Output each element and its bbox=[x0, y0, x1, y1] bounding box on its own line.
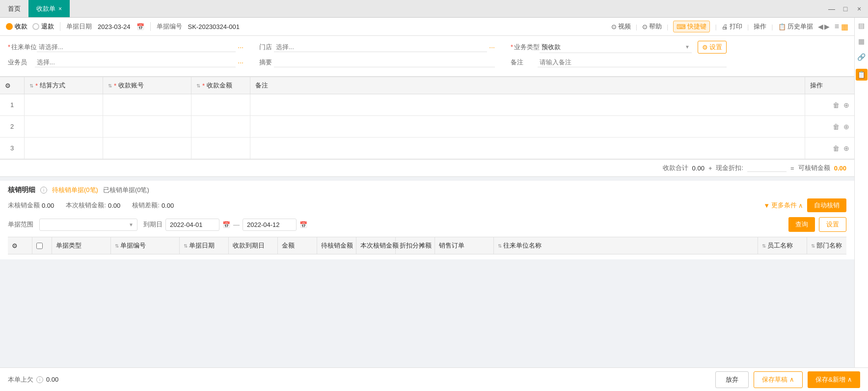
nav-next[interactable]: ▶ bbox=[824, 23, 830, 30]
row-1-index: 1 bbox=[0, 94, 25, 115]
counterpart-input[interactable] bbox=[37, 42, 236, 52]
net-value: 0.00 bbox=[834, 165, 846, 172]
store-input[interactable] bbox=[274, 42, 487, 52]
sidebar-icon-1[interactable]: ▤ bbox=[858, 22, 865, 29]
bottom-col-checkbox[interactable] bbox=[32, 237, 52, 254]
more-conditions-button[interactable]: ▼ 更多条件 ∧ bbox=[763, 201, 803, 210]
save-draft-button[interactable]: 保存草稿 ∧ bbox=[754, 371, 803, 388]
history-button[interactable]: 📋 历史单据 bbox=[778, 22, 813, 31]
summary-input[interactable] bbox=[274, 57, 495, 67]
bottom-col-amount-label: 金额 bbox=[282, 241, 295, 250]
divider-v4: | bbox=[747, 23, 749, 30]
row-2-settlement[interactable] bbox=[25, 116, 103, 137]
discard-button[interactable]: 放弃 bbox=[715, 371, 749, 388]
save-draft-label: 保存草稿 bbox=[762, 375, 787, 384]
save-new-button[interactable]: 保存&新增 ∧ bbox=[808, 371, 860, 388]
bottom-col-due-date: 收款到期日 bbox=[229, 237, 278, 254]
row-3-copy-icon[interactable]: ⊕ bbox=[843, 144, 849, 152]
maximize-button[interactable]: □ bbox=[841, 4, 850, 14]
row-3-settlement[interactable] bbox=[25, 138, 103, 159]
range-dash: — bbox=[233, 221, 240, 228]
row-2-delete-icon[interactable]: 🗑 bbox=[833, 123, 840, 131]
store-more-icon[interactable]: ··· bbox=[489, 43, 495, 51]
help-button[interactable]: ⊙ 帮助 bbox=[642, 22, 662, 31]
operation-button[interactable]: 操作 bbox=[754, 22, 766, 31]
date-from-calendar-icon[interactable]: 📅 bbox=[222, 221, 230, 228]
row-2-remark[interactable] bbox=[250, 116, 805, 137]
sort-icon-2: ⇅ bbox=[108, 83, 112, 88]
sort-icon-1: ⇅ bbox=[29, 83, 33, 88]
bottom-col-number: ⇅ 单据编号 bbox=[111, 237, 180, 254]
bottom-col-store-label: 部门名称 bbox=[816, 241, 842, 250]
date-to-input[interactable] bbox=[243, 219, 297, 231]
close-button[interactable]: × bbox=[854, 4, 864, 14]
business-type-label: 业务类型 bbox=[511, 43, 540, 52]
setting-label: 设置 bbox=[709, 43, 722, 52]
counterpart-field: 往来单位 ··· bbox=[8, 42, 244, 52]
bottom-col-settings[interactable]: ⚙ bbox=[8, 237, 32, 254]
setting-button[interactable]: ⚙ 设置 bbox=[698, 41, 727, 54]
row-1-settlement[interactable] bbox=[25, 94, 103, 115]
discount-input[interactable] bbox=[747, 164, 787, 172]
row-3-remark[interactable] bbox=[250, 138, 805, 159]
footer-actions: 放弃 保存草稿 ∧ 保存&新增 ∧ bbox=[715, 371, 860, 388]
bottom-col-employee: ⇅ 员工名称 bbox=[758, 237, 807, 254]
video-label: 视频 bbox=[618, 22, 631, 31]
row-1-copy-icon[interactable]: ⊕ bbox=[843, 101, 849, 109]
date-from-input[interactable] bbox=[165, 219, 219, 231]
settings-btn[interactable]: 设置 bbox=[819, 217, 846, 232]
auto-verify-button[interactable]: 自动核销 bbox=[807, 198, 846, 212]
row-2-account[interactable] bbox=[103, 116, 191, 137]
save-draft-arrow-icon: ∧ bbox=[789, 376, 794, 383]
bottom-settings-icon: ⚙ bbox=[12, 242, 18, 250]
row-1-remark[interactable] bbox=[250, 94, 805, 115]
row-1-amount[interactable] bbox=[191, 94, 250, 115]
due-date-label: 到期日 bbox=[143, 220, 163, 229]
select-all-checkbox[interactable] bbox=[36, 243, 43, 249]
grid-view-icon[interactable]: ▦ bbox=[841, 22, 848, 31]
query-button[interactable]: 查询 bbox=[788, 217, 815, 232]
date-label: 单据日期 bbox=[66, 22, 92, 31]
radio-refund[interactable]: 退款 bbox=[32, 22, 54, 31]
verified-tab[interactable]: 已核销单据(0笔) bbox=[103, 186, 149, 195]
bottom-col-store: ⇅ 部门名称 bbox=[807, 237, 846, 254]
list-view-icon[interactable]: ≡ bbox=[835, 22, 839, 31]
row-3-delete-icon[interactable]: 🗑 bbox=[833, 144, 840, 152]
sidebar-icon-3[interactable]: 🔗 bbox=[857, 53, 866, 61]
counterpart-more-icon[interactable]: ··· bbox=[238, 43, 244, 51]
row-3-amount[interactable] bbox=[191, 138, 250, 159]
sidebar-icon-2[interactable]: ▦ bbox=[858, 37, 865, 45]
footer-info-icon[interactable]: i bbox=[36, 376, 43, 383]
row-1-account[interactable] bbox=[103, 94, 191, 115]
salesperson-label: 业务员 bbox=[8, 58, 35, 67]
minimize-button[interactable]: — bbox=[827, 4, 837, 14]
print-button[interactable]: 🖨 打印 bbox=[722, 22, 742, 31]
tab-collection[interactable]: 收款单 × bbox=[28, 0, 70, 17]
divider-v2: | bbox=[667, 23, 668, 30]
calendar-icon[interactable]: 📅 bbox=[136, 23, 144, 30]
row-2-amount[interactable] bbox=[191, 116, 250, 137]
remark-input[interactable] bbox=[538, 57, 727, 67]
nav-prev[interactable]: ◀ bbox=[818, 23, 823, 30]
video-button[interactable]: ⊙ 视频 bbox=[611, 22, 631, 31]
date-range-select[interactable] bbox=[39, 219, 137, 231]
date-to-calendar-icon[interactable]: 📅 bbox=[299, 221, 307, 228]
unverified-label: 未核销金额 bbox=[8, 201, 40, 210]
pending-tab[interactable]: 待核销单据(0笔) bbox=[52, 186, 98, 195]
radio-collection[interactable]: 收款 bbox=[6, 22, 27, 31]
business-type-select[interactable]: 预收款 ▼ bbox=[540, 42, 692, 53]
bottom-grid-header: ⚙ 单据类型 ⇅ 单据编号 ⇅ 单据日期 收款到期日 bbox=[8, 237, 846, 254]
tab-home[interactable]: 首页 bbox=[0, 0, 28, 17]
sidebar-icon-4[interactable]: 📋 bbox=[856, 69, 868, 81]
tab-close-icon[interactable]: × bbox=[58, 5, 62, 12]
salesperson-input[interactable] bbox=[35, 57, 236, 67]
row-2-copy-icon[interactable]: ⊕ bbox=[843, 123, 849, 131]
shortcut-button[interactable]: ⌨ 快捷键 bbox=[673, 21, 710, 32]
row-1-delete-icon[interactable]: 🗑 bbox=[833, 101, 840, 109]
salesperson-more-icon[interactable]: ··· bbox=[238, 58, 244, 66]
bottom-col-discount-label: 折扣分摊额 bbox=[400, 241, 432, 250]
total-label: 收款合计 bbox=[663, 164, 688, 172]
header-settings[interactable]: ⚙ bbox=[0, 77, 25, 94]
verification-info-icon[interactable]: i bbox=[40, 187, 47, 194]
row-3-account[interactable] bbox=[103, 138, 191, 159]
